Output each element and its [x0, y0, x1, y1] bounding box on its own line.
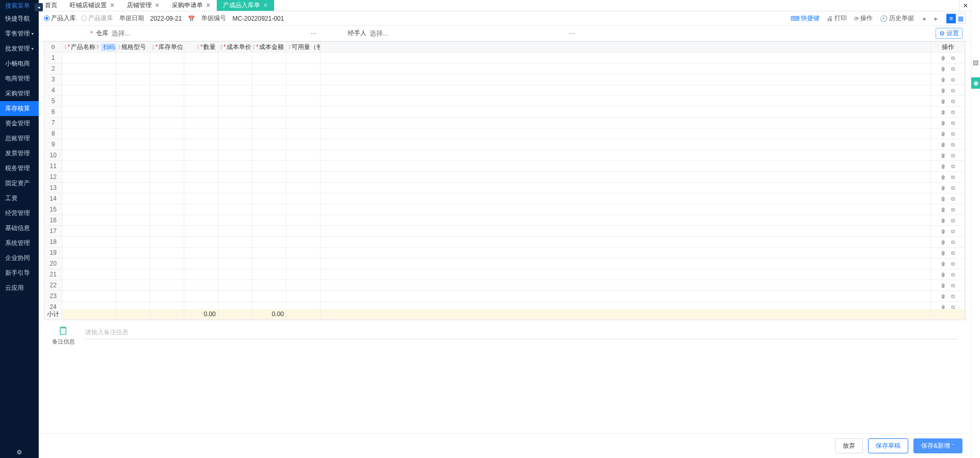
cell[interactable] [116, 161, 150, 172]
cell[interactable] [62, 183, 116, 193]
delete-row-icon[interactable] [941, 303, 946, 309]
cell[interactable] [218, 258, 252, 269]
col-avail[interactable]: ▴▾可用量（包装） [286, 42, 320, 53]
cell[interactable] [286, 118, 320, 128]
cell[interactable] [116, 96, 150, 107]
cell[interactable] [252, 128, 286, 139]
cell[interactable] [252, 53, 286, 63]
copy-row-icon[interactable] [951, 292, 955, 300]
delete-row-icon[interactable] [941, 119, 946, 126]
handler-input[interactable] [369, 29, 566, 37]
delete-row-icon[interactable] [941, 195, 946, 202]
radio-product-out[interactable]: 产品退库 [81, 14, 113, 23]
delete-row-icon[interactable] [941, 141, 946, 148]
cell[interactable] [252, 193, 286, 204]
cell[interactable] [150, 74, 184, 85]
cell[interactable] [252, 280, 286, 291]
sidebar-item[interactable]: 快捷导航 [0, 11, 39, 26]
delete-row-icon[interactable] [941, 87, 946, 94]
col-unit[interactable]: ▴▾*库存单位 [150, 42, 184, 53]
cell[interactable] [320, 237, 931, 248]
cell[interactable] [320, 258, 931, 269]
cell[interactable] [320, 215, 931, 226]
copy-row-icon[interactable] [951, 217, 955, 224]
cell[interactable] [116, 150, 150, 161]
cell[interactable] [252, 107, 286, 118]
cell[interactable] [218, 215, 252, 226]
delete-row-icon[interactable] [941, 97, 946, 105]
close-icon[interactable]: ✕ [110, 2, 115, 9]
delete-row-icon[interactable] [941, 292, 946, 300]
cell[interactable] [150, 128, 184, 139]
copy-row-icon[interactable] [951, 227, 955, 235]
cell[interactable] [184, 53, 218, 63]
cell[interactable] [320, 96, 931, 107]
cell[interactable] [62, 215, 116, 226]
cell[interactable] [116, 183, 150, 193]
cell[interactable] [252, 96, 286, 107]
col-qty[interactable]: ▴▾*数量 [184, 42, 218, 53]
close-icon[interactable]: ✕ [155, 2, 159, 9]
cell[interactable] [116, 193, 150, 204]
cell[interactable] [150, 226, 184, 237]
cell[interactable] [150, 237, 184, 248]
sidebar-item[interactable]: 批发管理▾ [0, 41, 39, 56]
cell[interactable] [150, 291, 184, 302]
next-doc-icon[interactable]: ▸ [934, 15, 939, 22]
date-value[interactable]: 2022-09-21 [150, 15, 182, 22]
save-draft-button[interactable]: 保存草稿 [868, 438, 908, 453]
cell[interactable] [286, 269, 320, 280]
cell[interactable] [116, 74, 150, 85]
cell[interactable] [184, 139, 218, 150]
delete-row-icon[interactable] [941, 238, 946, 246]
cell[interactable] [184, 85, 218, 96]
table-row[interactable]: 19 [44, 248, 965, 258]
delete-row-icon[interactable] [941, 173, 946, 181]
delete-row-icon[interactable] [941, 108, 946, 116]
warehouse-more-icon[interactable]: ⋯ [311, 30, 317, 37]
sidebar-item[interactable]: 经营管理 [0, 206, 39, 221]
sidebar-item[interactable]: 税务管理 [0, 161, 39, 176]
copy-row-icon[interactable] [951, 162, 955, 170]
cell[interactable] [218, 193, 252, 204]
cell[interactable] [218, 302, 252, 309]
cell[interactable] [286, 204, 320, 215]
sidebar-item[interactable]: 库存核算 [0, 101, 39, 116]
cell[interactable] [286, 96, 320, 107]
cell[interactable] [116, 139, 150, 150]
cell[interactable] [62, 53, 116, 63]
cell[interactable] [62, 291, 116, 302]
scan-badge[interactable]: 扫码录入 [101, 43, 116, 51]
cell[interactable] [320, 150, 931, 161]
cell[interactable] [150, 280, 184, 291]
cell[interactable] [218, 85, 252, 96]
cell[interactable] [286, 53, 320, 63]
cell[interactable] [62, 63, 116, 74]
cell[interactable] [150, 118, 184, 128]
cell[interactable] [218, 74, 252, 85]
col-settings[interactable] [44, 42, 62, 53]
cell[interactable] [218, 150, 252, 161]
cell[interactable] [252, 237, 286, 248]
gutter-active-icon[interactable]: ◉ [971, 77, 981, 89]
tab[interactable]: 采购申请单✕ [166, 0, 217, 11]
tab[interactable]: 店铺管理✕ [121, 0, 166, 11]
cell[interactable] [62, 107, 116, 118]
cell[interactable] [320, 302, 931, 309]
cell[interactable] [320, 291, 931, 302]
cell[interactable] [184, 226, 218, 237]
cell[interactable] [116, 107, 150, 118]
cell[interactable] [150, 193, 184, 204]
copy-row-icon[interactable] [951, 173, 955, 181]
cell[interactable] [286, 280, 320, 291]
table-row[interactable]: 3 [44, 74, 965, 85]
cell[interactable] [150, 96, 184, 107]
table-row[interactable]: 12 [44, 172, 965, 183]
cell[interactable] [184, 215, 218, 226]
sidebar-item[interactable]: 零售管理▾ [0, 26, 39, 41]
cell[interactable] [320, 204, 931, 215]
cell[interactable] [218, 128, 252, 139]
sidebar-settings[interactable] [0, 447, 39, 458]
cell[interactable] [252, 85, 286, 96]
remark-input[interactable] [84, 325, 957, 339]
